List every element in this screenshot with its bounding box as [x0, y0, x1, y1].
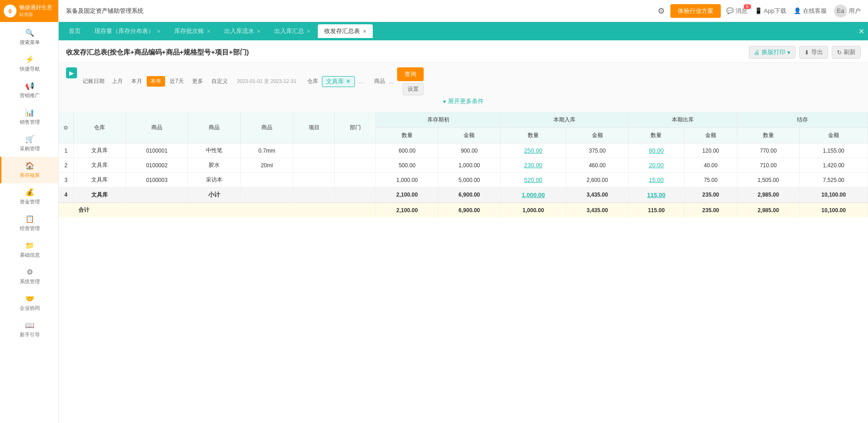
warehouse-tag-text: 文具库 — [326, 77, 344, 86]
tab-inout-flow-close[interactable]: ✕ — [257, 29, 260, 34]
tab-inout-summary[interactable]: 出入库汇总 ✕ — [268, 24, 317, 38]
message-icon: 💬 — [726, 7, 734, 14]
cell-seq: 3 — [59, 173, 73, 187]
warehouse-tag-close[interactable]: ✕ — [346, 78, 351, 85]
out-qty-link[interactable]: 80.00 — [649, 147, 664, 154]
footer-in-qty: 1,000.00 — [500, 203, 566, 217]
guide-icon: 📖 — [25, 321, 34, 330]
filter-expand-btn[interactable]: ▶ — [66, 67, 77, 78]
tab-inout-flow[interactable]: 出入库流水 ✕ — [218, 24, 267, 38]
tab-recv-send[interactable]: 收发存汇总表 ✕ — [318, 24, 373, 38]
sidebar-item-quick-nav[interactable]: ⚡ 快捷导航 — [0, 50, 58, 77]
cell-project — [293, 158, 335, 173]
date-btn-more[interactable]: 更多 — [188, 76, 207, 87]
out-qty-link[interactable]: 20.00 — [649, 162, 664, 169]
in-qty-link[interactable]: 1,000.00 — [522, 192, 545, 198]
tab-inout-summary-close[interactable]: ✕ — [307, 29, 310, 34]
cell-bal-qty: 1,505.00 — [737, 173, 800, 187]
sidebar-item-inventory[interactable]: 🏠 库存核算 — [0, 157, 58, 183]
cell-in-qty: 1,000.00 — [500, 187, 566, 203]
print-btn[interactable]: 🖨 换版打印 ▾ — [749, 46, 796, 59]
cell-open-amt: 6,900.00 — [438, 187, 501, 203]
user-item[interactable]: Ea 用户 — [834, 5, 861, 17]
refresh-btn[interactable]: ↻ 刷新 — [832, 46, 861, 59]
close-all-tabs-icon[interactable]: ✕ — [858, 27, 864, 36]
app-download-item[interactable]: 📱 App下载 — [755, 7, 786, 15]
settings-filter-btn[interactable]: 设置 — [403, 83, 424, 95]
goods-more-btn[interactable]: ... — [389, 78, 393, 85]
date-btn-prev-month[interactable]: 上月 — [108, 76, 127, 87]
col-settings-header[interactable]: ⚙ — [59, 112, 73, 143]
expand-more-label: 展开更多条件 — [448, 97, 484, 105]
page-title: 收发存汇总表(按仓库+商品编码+商品+规格型号+项目+部门) — [66, 48, 249, 57]
export-btn[interactable]: ⬇ 导出 — [799, 46, 828, 59]
tab-batch-close[interactable]: ✕ — [207, 29, 210, 34]
in-qty-link[interactable]: 230.00 — [524, 162, 542, 169]
date-btn-this-month[interactable]: 本月 — [127, 76, 146, 87]
tab-home[interactable]: 首页 — [62, 24, 87, 38]
out-qty-link[interactable]: 15.00 — [649, 176, 664, 183]
tab-batch[interactable]: 库存批次账 ✕ — [168, 24, 217, 38]
cell-out-qty: 15.00 — [628, 173, 684, 187]
tab-batch-label: 库存批次账 — [174, 27, 204, 35]
settings-icon[interactable]: ⚙ — [658, 6, 665, 16]
cell-out-amt: 75.00 — [684, 173, 737, 187]
sidebar-item-collab[interactable]: 🤝 企业协同 — [0, 290, 58, 316]
date-filter-label: 记账日期 — [83, 77, 105, 85]
col-open-qty-header: 数量 — [376, 128, 438, 143]
sidebar-item-operation[interactable]: 📋 经营管理 — [0, 210, 58, 236]
message-icon-item[interactable]: 💬 消息 6 — [726, 7, 747, 15]
cell-in-qty: 230.00 — [500, 158, 566, 173]
table-footer-row: 合计 2,100.00 6,900.00 1,000.00 3,435.00 1… — [59, 203, 868, 217]
cell-out-amt: 120.00 — [684, 143, 737, 158]
in-qty-link[interactable]: 520.00 — [524, 176, 542, 183]
cell-seq: 4 — [59, 187, 73, 203]
sidebar-item-finance[interactable]: 💰 资金管理 — [0, 183, 58, 210]
date-btn-this-year[interactable]: 本年 — [147, 76, 165, 87]
sidebar-item-search[interactable]: 🔍 搜索菜单 — [0, 24, 58, 50]
inventory-icon: 🏠 — [25, 161, 34, 170]
tab-recv-send-close[interactable]: ✕ — [363, 29, 366, 34]
tab-inventory-dist[interactable]: 现存量（库存分布表） ✕ — [88, 24, 167, 38]
footer-out-qty: 115.00 — [628, 203, 684, 217]
sidebar-item-guide[interactable]: 📖 新手引导 — [0, 316, 58, 343]
sales-icon: 📊 — [25, 108, 34, 117]
cell-warehouse: 文具库 — [73, 173, 126, 187]
sidebar-nav: 🔍 搜索菜单 ⚡ 快捷导航 📢 营销推广 📊 销售管理 🛒 采购管理 🏠 库存核… — [0, 22, 58, 423]
tab-inventory-dist-close[interactable]: ✕ — [157, 29, 160, 34]
out-qty-link[interactable]: 115.00 — [647, 192, 665, 198]
footer-open-qty: 2,100.00 — [376, 203, 438, 217]
cell-bal-qty: 710.00 — [737, 158, 800, 173]
cell-open-qty: 1,000.00 — [376, 173, 438, 187]
warehouse-label: 仓库 — [307, 77, 318, 85]
sidebar-item-sales[interactable]: 📊 销售管理 — [0, 104, 58, 130]
table-row: 2 文具库 0100002 胶水 20ml 500.00 1,000.00 23… — [59, 158, 868, 173]
cell-open-amt: 1,000.00 — [438, 158, 501, 173]
date-btn-custom[interactable]: 自定义 — [208, 76, 232, 87]
sidebar-item-system[interactable]: ⚙ 系统管理 — [0, 263, 58, 290]
expand-more-conditions-btn[interactable]: ▾ 展开更多条件 — [66, 95, 861, 107]
cell-bal-qty: 2,985.00 — [737, 187, 800, 203]
col-spec-header: 商品 — [240, 112, 293, 143]
cell-name: 小计 — [188, 187, 240, 203]
warehouse-tag: 文具库 ✕ — [322, 76, 355, 87]
online-service-item[interactable]: 👤 在线客服 — [794, 7, 827, 15]
experience-btn[interactable]: 体验行业方案 — [670, 4, 721, 18]
purchase-icon: 🛒 — [25, 135, 34, 143]
sidebar-item-basic[interactable]: 📁 基础信息 — [0, 236, 58, 263]
warehouse-more-btn[interactable]: ... — [359, 78, 363, 85]
cell-bal-amt: 10,100.00 — [799, 187, 868, 203]
col-out-header: 本期出库 — [628, 112, 737, 128]
sidebar-item-label-sales: 销售管理 — [20, 119, 40, 126]
sidebar-item-purchase[interactable]: 🛒 采购管理 — [0, 130, 58, 157]
cell-out-qty: 115.00 — [628, 187, 684, 203]
query-btn[interactable]: 查询 — [397, 67, 424, 81]
in-qty-link[interactable]: 250.00 — [524, 147, 542, 154]
cell-dept — [335, 187, 376, 203]
cell-dept — [335, 143, 376, 158]
date-btn-7days[interactable]: 近7天 — [166, 76, 188, 87]
cell-project — [293, 143, 335, 158]
cell-project — [293, 187, 335, 203]
table-row: 4 文具库 小计 2,100.00 6,900.00 1,000.00 3,43… — [59, 187, 868, 203]
sidebar-item-marketing[interactable]: 📢 营销推广 — [0, 77, 58, 104]
